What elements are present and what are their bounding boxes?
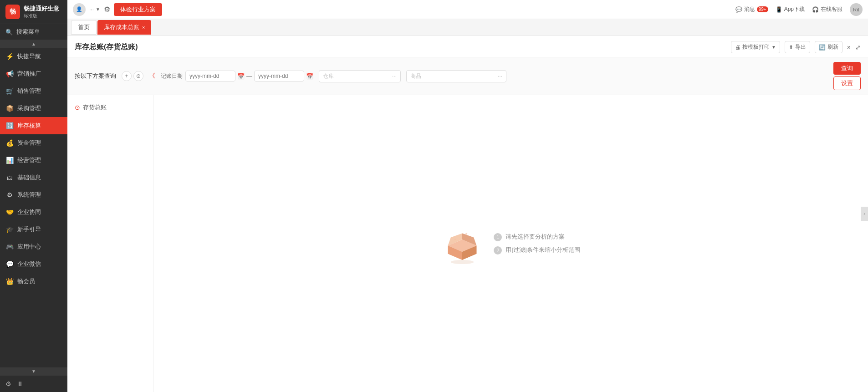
- dropdown-arrow-icon: ▼: [771, 45, 776, 50]
- svg-text:✦: ✦: [465, 232, 468, 236]
- panel-close-btn[interactable]: ×: [847, 44, 851, 51]
- chevron-down-icon: ▼: [96, 7, 100, 12]
- operation-icon: 📊: [5, 157, 14, 164]
- sidebar-item-member[interactable]: 👑 畅会员: [0, 273, 67, 290]
- sidebar-nav: ⚡ 快捷导航 📢 营销推广 🛒 销售管理 📦 采购管理 🔢 库存核算 💰 资金管…: [0, 48, 67, 367]
- product-more-icon[interactable]: ···: [498, 73, 502, 79]
- settings-bottom-btn[interactable]: ⚙: [5, 380, 11, 387]
- corp-collab-icon: 🤝: [5, 209, 14, 216]
- calendar-start-icon[interactable]: 📅: [237, 73, 245, 80]
- sidebar-item-quick-nav[interactable]: ⚡ 快捷导航: [0, 48, 67, 65]
- system-icon: ⚙: [5, 191, 14, 199]
- phone-icon: 📱: [776, 6, 782, 13]
- content-area: 库存总账(存货总账) 🖨 按模板打印 ▼ ⬆ 导出 🔄 刷新 × ⤢: [67, 36, 868, 392]
- filter-collapse-btn[interactable]: 《: [149, 72, 155, 80]
- notification-badge: 99+: [757, 6, 768, 12]
- settings-icon[interactable]: ⚙: [104, 5, 110, 14]
- svg-text:✦: ✦: [454, 238, 456, 241]
- svg-point-7: [451, 260, 474, 264]
- filter-fields: 记账日期 📅 — 📅 仓库 ···: [161, 70, 828, 82]
- page-header: 库存总账(存货总账) 🖨 按模板打印 ▼ ⬆ 导出 🔄 刷新 × ⤢: [67, 36, 868, 57]
- tab-close-icon[interactable]: ×: [142, 25, 145, 30]
- right-panel-ctrl: ›: [861, 207, 868, 221]
- export-btn[interactable]: ⬆ 导出: [785, 41, 810, 53]
- top-bar-right: 💬 消息 99+ 📱 App下载 🎧 在线客服 Rit: [735, 3, 863, 16]
- message-icon: 💬: [735, 6, 742, 13]
- empty-state: ✦ ✦ 1 请先选择要分析的方案 2: [154, 95, 868, 392]
- calendar-end-icon[interactable]: 📅: [306, 73, 313, 80]
- logo-text: 畅捷通好生意 标准版: [24, 5, 59, 19]
- sidebar-item-purchase[interactable]: 📦 采购管理: [0, 100, 67, 117]
- newbie-icon: 🎓: [5, 226, 14, 233]
- scroll-down-btn[interactable]: ▼: [0, 367, 67, 375]
- query-btn[interactable]: 查询: [833, 62, 861, 75]
- tab-home[interactable]: 首页: [71, 20, 97, 35]
- scheme-item-icon: ⊙: [75, 104, 80, 111]
- top-bar-left: 👤 ··· ▼ ⚙ 体验行业方案: [73, 3, 735, 16]
- logo-area: 畅 畅捷通好生意 标准版: [0, 0, 67, 24]
- main-area: 👤 ··· ▼ ⚙ 体验行业方案 💬 消息 99+ 📱 App下载 🎧 在线客服: [67, 0, 868, 392]
- quick-nav-icon: ⚡: [5, 53, 14, 60]
- print-btn[interactable]: 🖨 按模板打印 ▼: [731, 41, 780, 53]
- filter-settings-action-btn[interactable]: 设置: [833, 76, 861, 90]
- collapse-btn[interactable]: ⏸: [17, 380, 23, 387]
- user-avatar-small: 👤: [73, 3, 86, 16]
- notification-btn[interactable]: 💬 消息 99+: [735, 5, 768, 13]
- refresh-btn[interactable]: 🔄 刷新: [815, 41, 842, 53]
- filter-add-btns: + ⊙: [122, 71, 143, 81]
- sidebar-item-finance[interactable]: 💰 资金管理: [0, 134, 67, 152]
- sidebar-item-corp-collab[interactable]: 🤝 企业协同: [0, 204, 67, 221]
- filter-settings-btn[interactable]: ⊙: [133, 71, 143, 81]
- content-body: ⊙ 存货总账: [67, 95, 868, 392]
- empty-tips: 1 请先选择要分析的方案 2 用[过滤]条件来缩小分析范围: [494, 233, 580, 255]
- refresh-icon: 🔄: [819, 44, 826, 51]
- sidebar: 畅 畅捷通好生意 标准版 🔍 搜索菜单 ▲ ⚡ 快捷导航 📢 营销推广 🛒 销售…: [0, 0, 67, 392]
- inventory-icon: 🔢: [5, 122, 14, 129]
- sales-icon: 🛒: [5, 87, 14, 95]
- filter-row: 按以下方案查询 + ⊙ 《 记账日期 📅 — �: [75, 62, 861, 90]
- sidebar-item-system[interactable]: ⚙ 系统管理: [0, 186, 67, 204]
- sidebar-item-inventory[interactable]: 🔢 库存核算: [0, 117, 67, 134]
- print-icon: 🖨: [735, 44, 740, 51]
- sidebar-item-newbie[interactable]: 🎓 新手引导: [0, 221, 67, 238]
- panel-expand-btn[interactable]: ⤢: [855, 44, 861, 51]
- user-avatar-top[interactable]: Rit: [850, 3, 863, 16]
- date-end-input[interactable]: [254, 71, 304, 81]
- sidebar-item-marketing[interactable]: 📢 营销推广: [0, 65, 67, 82]
- member-icon: 👑: [5, 278, 14, 285]
- filter-area: 按以下方案查询 + ⊙ 《 记账日期 📅 — �: [67, 57, 868, 95]
- corp-wechat-icon: 💬: [5, 260, 14, 268]
- empty-tip-1: 1 请先选择要分析的方案: [494, 233, 580, 241]
- date-start-input[interactable]: [185, 71, 235, 81]
- company-dropdown[interactable]: ··· ▼: [89, 6, 100, 13]
- warehouse-select[interactable]: 仓库 ···: [319, 70, 401, 82]
- trial-btn[interactable]: 体验行业方案: [114, 3, 162, 16]
- search-menu[interactable]: 🔍 搜索菜单: [0, 24, 67, 40]
- sidebar-item-operation[interactable]: 📊 经营管理: [0, 152, 67, 169]
- product-filter-group: 商品 ···: [406, 70, 506, 82]
- export-icon: ⬆: [789, 44, 793, 51]
- app-download-btn[interactable]: 📱 App下载: [776, 5, 805, 13]
- date-label: 记账日期: [161, 72, 183, 80]
- scroll-up-btn[interactable]: ▲: [0, 40, 67, 48]
- sidebar-item-basic-info[interactable]: 🗂 基础信息: [0, 169, 67, 186]
- sidebar-bottom: ⚙ ⏸: [0, 375, 67, 392]
- top-bar: 👤 ··· ▼ ⚙ 体验行业方案 💬 消息 99+ 📱 App下载 🎧 在线客服: [67, 0, 868, 19]
- basic-info-icon: 🗂: [5, 174, 14, 181]
- add-filter-btn[interactable]: +: [122, 71, 132, 81]
- sidebar-item-app-center[interactable]: 🎮 应用中心: [0, 238, 67, 255]
- sidebar-item-corp-wechat[interactable]: 💬 企业微信: [0, 255, 67, 273]
- online-service-btn[interactable]: 🎧 在线客服: [812, 5, 842, 13]
- finance-icon: 💰: [5, 139, 14, 147]
- scheme-item-inventory-ledger[interactable]: ⊙ 存货总账: [67, 100, 153, 115]
- product-select[interactable]: 商品 ···: [406, 70, 506, 82]
- tabs-bar: 首页 库存成本总账 ×: [67, 19, 868, 36]
- scheme-sidebar: ⊙ 存货总账: [67, 95, 154, 392]
- date-range-wrapper: 📅 — 📅: [185, 71, 313, 81]
- sidebar-item-sales[interactable]: 🛒 销售管理: [0, 82, 67, 100]
- page-actions: 🖨 按模板打印 ▼ ⬆ 导出 🔄 刷新 × ⤢: [731, 41, 861, 53]
- right-expand-btn[interactable]: ›: [861, 207, 868, 221]
- warehouse-more-icon[interactable]: ···: [392, 73, 397, 79]
- app-center-icon: 🎮: [5, 243, 14, 250]
- tab-inventory-cost[interactable]: 库存成本总账 ×: [97, 20, 151, 35]
